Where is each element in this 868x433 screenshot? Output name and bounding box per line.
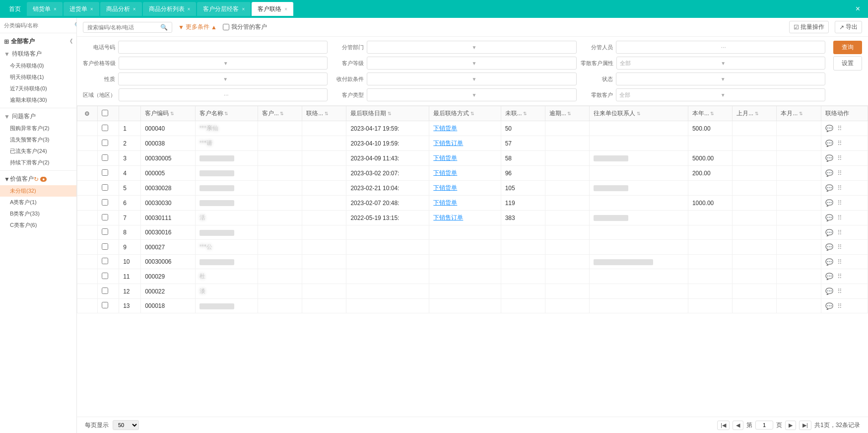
th-overdue[interactable]: 逾期... bbox=[545, 106, 589, 121]
sidebar-group-pending[interactable]: ▼ 待联络客户 bbox=[0, 48, 76, 60]
row-checkbox-4[interactable] bbox=[102, 184, 108, 191]
my-customers-checkbox[interactable]: 我分管的客户 bbox=[223, 23, 267, 31]
td-checkbox-7[interactable] bbox=[97, 225, 119, 240]
filter-select-dept[interactable]: ▼ bbox=[367, 41, 576, 54]
td-checkbox-10[interactable] bbox=[97, 269, 119, 284]
action-more-3[interactable]: ⠿ bbox=[837, 169, 842, 177]
td-checkbox-12[interactable] bbox=[97, 299, 119, 313]
action-phone-8[interactable]: 💬 bbox=[825, 243, 833, 251]
td-checkbox-11[interactable] bbox=[97, 284, 119, 299]
th-last-month[interactable]: 上月... bbox=[733, 106, 777, 121]
action-phone-12[interactable]: 💬 bbox=[825, 302, 833, 310]
action-phone-0[interactable]: 💬 bbox=[825, 125, 833, 132]
tab-customer-contact-close[interactable]: × bbox=[284, 6, 287, 12]
filter-select-cust-grade[interactable]: ▼ bbox=[367, 57, 576, 70]
page-number-input[interactable] bbox=[755, 421, 773, 430]
row-checkbox-1[interactable] bbox=[102, 140, 108, 146]
td-checkbox-8[interactable] bbox=[97, 240, 119, 255]
page-last-button[interactable]: ▶| bbox=[799, 421, 811, 430]
row-checkbox-3[interactable] bbox=[102, 169, 108, 176]
sidebar-item-class-b[interactable]: B类客户(33) bbox=[0, 208, 76, 219]
row-checkbox-6[interactable] bbox=[102, 214, 108, 220]
filter-select-price-grade[interactable]: ▼ bbox=[119, 57, 328, 70]
tab-product-analysis[interactable]: 商品分析 × bbox=[100, 2, 142, 16]
th-checkbox[interactable] bbox=[97, 106, 119, 121]
td-checkbox-5[interactable] bbox=[97, 196, 119, 211]
th-gear[interactable]: ⚙ bbox=[77, 106, 98, 121]
refresh-icon[interactable]: ↻ bbox=[34, 176, 39, 183]
action-more-9[interactable]: ⠿ bbox=[837, 258, 842, 266]
row-checkbox-0[interactable] bbox=[102, 125, 108, 131]
sidebar-group-problem[interactable]: ▼ 问题客户 bbox=[0, 110, 76, 123]
sidebar-item-churn-warning[interactable]: 流失预警客户(3) bbox=[0, 134, 76, 145]
td-checkbox-0[interactable] bbox=[97, 121, 119, 136]
sidebar-item-7days[interactable]: 近7天待联络(0) bbox=[0, 83, 76, 94]
action-more-8[interactable]: ⠿ bbox=[837, 243, 842, 251]
filter-select-status[interactable]: ▼ bbox=[616, 72, 825, 85]
window-close-button[interactable]: × bbox=[852, 4, 864, 13]
td-checkbox-1[interactable] bbox=[97, 136, 119, 151]
td-checkbox-2[interactable] bbox=[97, 151, 119, 166]
row-checkbox-11[interactable] bbox=[102, 288, 108, 294]
td-checkbox-4[interactable] bbox=[97, 181, 119, 196]
th-last-contact-date[interactable]: 最后联络日期 bbox=[346, 106, 429, 121]
action-more-10[interactable]: ⠿ bbox=[837, 273, 842, 280]
sidebar-item-today[interactable]: 今天待联络(0) bbox=[0, 60, 76, 72]
page-size-select[interactable]: 50 10 20 100 bbox=[113, 420, 139, 430]
action-phone-11[interactable]: 💬 bbox=[825, 288, 833, 295]
th-last-contact-method[interactable]: 最后联络方式 bbox=[429, 106, 501, 121]
tab-sales-order[interactable]: 销货单 × bbox=[27, 2, 63, 16]
td-method-link-5[interactable]: 下销货单 bbox=[433, 199, 457, 206]
tab-sales-order-close[interactable]: × bbox=[54, 6, 57, 12]
action-more-1[interactable]: ⠿ bbox=[837, 140, 842, 147]
sidebar-item-overdue[interactable]: 逾期未联络(30) bbox=[0, 94, 76, 106]
action-more-7[interactable]: ⠿ bbox=[837, 229, 842, 236]
filter-select-retail-attr[interactable]: 全部 ▼ bbox=[616, 57, 825, 70]
my-customers-check[interactable] bbox=[223, 24, 229, 30]
action-phone-7[interactable]: 💬 bbox=[825, 229, 833, 236]
filter-select-nature[interactable]: ▼ bbox=[118, 72, 328, 85]
tab-purchase-order-close[interactable]: × bbox=[90, 6, 93, 12]
row-checkbox-7[interactable] bbox=[102, 228, 108, 235]
action-phone-10[interactable]: 💬 bbox=[825, 273, 833, 280]
filter-search-input[interactable] bbox=[87, 24, 158, 30]
action-more-2[interactable]: ⠿ bbox=[837, 154, 842, 162]
td-method-link-3[interactable]: 下销货单 bbox=[433, 169, 457, 176]
sidebar-all-customers[interactable]: ⊞ 全部客户 《 bbox=[0, 33, 76, 48]
th-checkbox-all[interactable] bbox=[102, 110, 108, 116]
action-phone-9[interactable]: 💬 bbox=[825, 258, 833, 266]
action-more-5[interactable]: ⠿ bbox=[837, 199, 842, 207]
sidebar-item-class-c[interactable]: C类客户(6) bbox=[0, 219, 76, 231]
tab-product-analysis-list-close[interactable]: × bbox=[188, 6, 191, 12]
sidebar-collapse-icon[interactable]: 《 bbox=[67, 38, 72, 45]
row-checkbox-9[interactable] bbox=[102, 258, 108, 264]
th-uncontact[interactable]: 未联... bbox=[501, 106, 545, 121]
action-more-4[interactable]: ⠿ bbox=[837, 184, 842, 192]
page-prev-button[interactable]: ◀ bbox=[733, 421, 743, 430]
page-next-button[interactable]: ▶ bbox=[785, 421, 796, 430]
td-checkbox-9[interactable] bbox=[97, 255, 119, 269]
filter-input-phone[interactable] bbox=[118, 41, 328, 54]
tab-customer-segmentation[interactable]: 客户分层经客 × bbox=[197, 2, 251, 16]
sidebar-item-class-a[interactable]: A类客户(1) bbox=[0, 197, 76, 208]
filter-select-payment[interactable]: ▼ bbox=[367, 72, 576, 85]
batch-ops-button[interactable]: ☑ 批量操作 bbox=[789, 21, 829, 33]
nav-home[interactable]: 首页 bbox=[4, 5, 26, 13]
action-phone-4[interactable]: 💬 bbox=[825, 184, 833, 192]
td-method-link-4[interactable]: 下销货单 bbox=[433, 184, 457, 191]
tab-customer-contact[interactable]: 客户联络 × bbox=[252, 2, 293, 16]
tab-product-analysis-close[interactable]: × bbox=[133, 6, 136, 12]
th-customer-type[interactable]: 客户... bbox=[258, 106, 302, 121]
th-customer-code[interactable]: 客户编码 bbox=[141, 106, 196, 121]
td-method-link-6[interactable]: 下销售订单 bbox=[433, 214, 463, 221]
filter-select-person[interactable]: ··· bbox=[616, 41, 825, 54]
row-checkbox-12[interactable] bbox=[102, 302, 108, 308]
td-checkbox-3[interactable] bbox=[97, 166, 119, 181]
action-more-6[interactable]: ⠿ bbox=[837, 214, 842, 221]
td-method-link-0[interactable]: 下销货单 bbox=[433, 125, 457, 132]
action-phone-1[interactable]: 💬 bbox=[825, 140, 833, 147]
row-checkbox-10[interactable] bbox=[102, 273, 108, 279]
th-contact[interactable]: 联络... bbox=[302, 106, 346, 121]
tab-product-analysis-list[interactable]: 商品分析列表 × bbox=[143, 2, 197, 16]
filter-select-region[interactable]: ··· bbox=[119, 88, 328, 101]
